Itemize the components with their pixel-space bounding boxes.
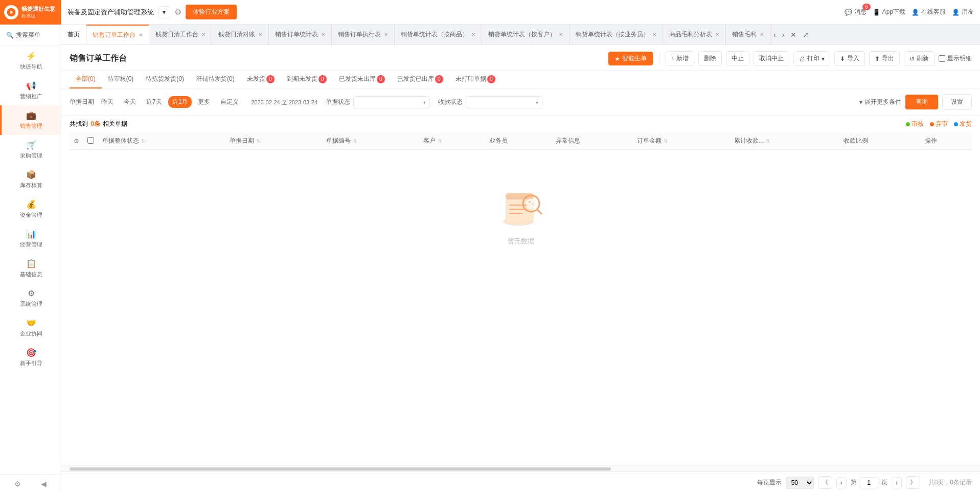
review-action[interactable]: 审核 [906,120,924,128]
query-button[interactable]: 查询 [905,95,938,109]
user-menu-button[interactable]: 👤 用友 [952,8,974,16]
tab-nav-next-button[interactable]: › [779,25,788,45]
tab-close-icon[interactable]: ✕ [760,32,764,37]
next-page-button[interactable]: › [892,477,902,488]
app-download-button[interactable]: 📱 App下载 [873,8,905,16]
th-number[interactable]: 单据编号⇅ [322,132,419,150]
tab-fullscreen-button[interactable]: ⤢ [800,25,812,45]
th-exception[interactable]: 异常信息 [552,132,633,150]
scrollbar-thumb[interactable] [70,467,611,470]
tab-close-icon[interactable]: ✕ [559,32,563,37]
date-1month-btn[interactable]: 近1月 [168,96,192,108]
tab-sales-exec[interactable]: 销售订单执行表 ✕ [332,25,395,45]
revoke-action[interactable]: 弃审 [930,120,948,128]
sidebar-collapse-button[interactable]: ◀ [41,480,47,488]
per-page-select[interactable]: 50 10 20 100 [786,477,814,489]
sidebar-item-marketing[interactable]: 📢 营销推广 [0,76,61,105]
show-detail-checkbox[interactable] [939,55,945,62]
tab-sales-workbench[interactable]: 销售订单工作台 ✕ [86,25,149,45]
prev-page-button[interactable]: ‹ [836,477,847,488]
industry-solution-button[interactable]: 体验行业方案 [186,5,237,19]
expand-filters-button[interactable]: ▾ 展开更多条件 [859,98,901,106]
subtab-not-printed[interactable]: 未打印单据0 [449,71,502,88]
tab-close-icon[interactable]: ✕ [715,32,719,37]
import-button[interactable]: ⬇ 导入 [834,51,865,66]
tab-close-icon[interactable]: ✕ [384,32,388,37]
th-staff[interactable]: 业务员 [485,132,552,150]
tab-close-icon[interactable]: ✕ [321,32,325,37]
sidebar-item-system[interactable]: ⚙ 系统管理 [0,283,61,313]
sidebar-item-purchase[interactable]: 🛒 采购管理 [0,135,61,165]
delete-button[interactable]: 删除 [698,51,722,66]
subtab-pending-check[interactable]: 待拣货发货(0) [140,71,190,88]
search-menu-button[interactable]: 🔍 搜索菜单 [3,29,58,41]
tab-close-icon[interactable]: ✕ [139,32,143,38]
import-label: 导入 [847,54,859,63]
date-today-btn[interactable]: 今天 [120,96,140,108]
tab-home[interactable]: 首页 [61,25,86,45]
subtab-pending-review[interactable]: 待审核(0) [102,71,140,88]
sidebar-item-enterprise[interactable]: 🤝 企业协同 [0,313,61,343]
tab-sales-stats[interactable]: 销售订单统计表 ✕ [269,25,332,45]
show-detail-label[interactable]: 显示明细 [939,54,972,63]
date-7days-btn[interactable]: 近7天 [142,96,166,108]
page-number-input[interactable]: 1 [859,477,879,488]
tab-close-icon[interactable]: ✕ [258,32,262,37]
th-customer[interactable]: 客户⇅ [419,132,486,150]
th-collected[interactable]: 累计收款...⇅ [730,132,839,150]
tab-sales-more[interactable]: 销售毛利 ✕ [726,25,770,45]
tab-close-icon[interactable]: ✕ [652,32,656,37]
smart-create-button[interactable]: ★ 智能生单 [608,52,653,65]
print-button[interactable]: 🖨 打印 ▾ [793,51,830,66]
payment-select[interactable] [466,96,542,108]
online-service-button[interactable]: 👤 在线客服 [911,8,946,16]
sidebar-item-basic[interactable]: 📋 基础信息 [0,254,61,283]
refresh-button[interactable]: ↺ 刷新 [904,51,935,66]
filter-settings-button[interactable]: 设置 [942,94,972,110]
sidebar-settings-button[interactable]: ⚙ [14,480,21,488]
subtab-shipped-out[interactable]: 已发货已出库0 [391,71,449,88]
sidebar-item-guide[interactable]: 🎯 新手引导 [0,343,61,372]
subtab-shipped-not-out[interactable]: 已发货未出库0 [333,71,391,88]
subtab-all[interactable]: 全部(0) [70,71,102,88]
system-dropdown-button[interactable]: ▾ [158,6,170,18]
last-page-button[interactable]: 》 [906,476,920,489]
sidebar-item-quick-nav[interactable]: ⚡ 快捷导航 [0,46,61,76]
export-button[interactable]: ⬆ 导出 [869,51,900,66]
date-yesterday-btn[interactable]: 昨天 [97,96,118,108]
message-button[interactable]: 💬 6 消息 [845,8,867,16]
th-amount[interactable]: 订单金额⇅ [633,132,730,150]
tab-nav-prev-button[interactable]: ‹ [770,25,779,45]
tab-close-all-button[interactable]: ✕ [787,25,800,45]
th-date[interactable]: 单据日期⇅ [225,132,322,150]
sidebar-item-inventory[interactable]: 📦 库存核算 [0,165,61,194]
sidebar-item-sales[interactable]: 💼 销售管理 [0,105,61,135]
tab-sales-by-customer[interactable]: 销货单统计表（按客户） ✕ [482,25,569,45]
add-button[interactable]: + 新增 [666,51,694,66]
th-ratio[interactable]: 收款比例 [839,132,921,150]
tab-gross-margin[interactable]: 商品毛利分析表 ✕ [663,25,726,45]
first-page-button[interactable]: 《 [818,476,832,489]
tab-sales-by-staff[interactable]: 销货单统计表（按业务员） ✕ [569,25,663,45]
status-select[interactable] [353,96,430,108]
tab-close-icon[interactable]: ✕ [201,32,206,37]
th-status[interactable]: 单据整体状态⇅ [98,132,225,150]
subtab-expired-not-shipped[interactable]: 到期未发货0 [281,71,333,88]
tab-close-icon[interactable]: ✕ [471,32,475,37]
topbar-settings-button[interactable]: ⚙ [174,7,181,17]
subtab-wangpu-ship[interactable]: 旺铺待发货(0) [190,71,241,88]
select-all-checkbox[interactable] [87,137,94,144]
date-more-btn[interactable]: 更多 [194,96,214,108]
horizontal-scrollbar[interactable] [61,465,980,472]
th-gear[interactable]: ⚙ [70,132,83,150]
sidebar-item-operations[interactable]: 📊 经营管理 [0,224,61,254]
date-custom-btn[interactable]: 自定义 [216,96,243,108]
sidebar-item-finance[interactable]: 💰 资金管理 [0,194,61,224]
subtab-not-shipped[interactable]: 未发货0 [241,71,281,88]
tab-cash-reconcile[interactable]: 钱货日清对账 ✕ [212,25,269,45]
cancel-abort-button[interactable]: 取消中止 [754,51,789,66]
tab-sales-by-product[interactable]: 销货单统计表（按商品） ✕ [395,25,482,45]
abort-button[interactable]: 中止 [726,51,749,66]
tab-cash-daily[interactable]: 钱货日清工作台 ✕ [149,25,212,45]
ship-action[interactable]: 发货 [954,120,972,128]
